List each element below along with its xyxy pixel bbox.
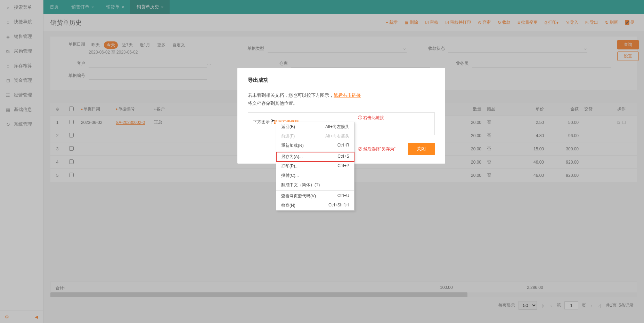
ctx-forward: 前进(F)Alt+向右箭头 [276, 132, 354, 141]
right-click-link[interactable]: 鼠标右击链接 [334, 93, 361, 98]
ctx-saveas: 另存为(A)...Ctrl+S [276, 152, 354, 162]
callout-2: ② 然后选择"另存为" [358, 146, 396, 152]
ctx-viewsrc: 查看网页源代码(V)Ctrl+U [276, 191, 354, 201]
ctx-back: 返回(B)Alt+向左箭头 [276, 122, 354, 132]
modal-close-button[interactable]: 关闭 [408, 143, 435, 155]
callout-1: ① 右击此链接 [358, 115, 384, 121]
ctx-inspect: 检查(N)Ctrl+Shift+I [276, 201, 354, 210]
ctx-print: 打印(P)...Ctrl+P [276, 162, 354, 171]
modal-instruction-image: 下方图示，鼠标右击链接 ➤ ① 右击此链接 ② 然后选择"另存为" 返回(B)A… [248, 112, 435, 135]
export-success-modal: 导出成功 若未看到相关文档，您也可以按下方图示，鼠标右击链接 将文档存储到其他位… [237, 68, 445, 164]
ctx-reload: 重新加载(R)Ctrl+R [276, 141, 354, 150]
modal-text: 若未看到相关文档，您也可以按下方图示，鼠标右击链接 将文档存储到其他位置。 [248, 91, 435, 108]
cursor-icon: ➤ [271, 118, 275, 123]
ctx-translate: 翻成中文（简体）(T) [276, 180, 354, 190]
ctx-cast: 投射(C)... [276, 171, 354, 180]
modal-title: 导出成功 [248, 77, 435, 84]
context-menu-demo: 返回(B)Alt+向左箭头 前进(F)Alt+向右箭头 重新加载(R)Ctrl+… [276, 122, 354, 211]
